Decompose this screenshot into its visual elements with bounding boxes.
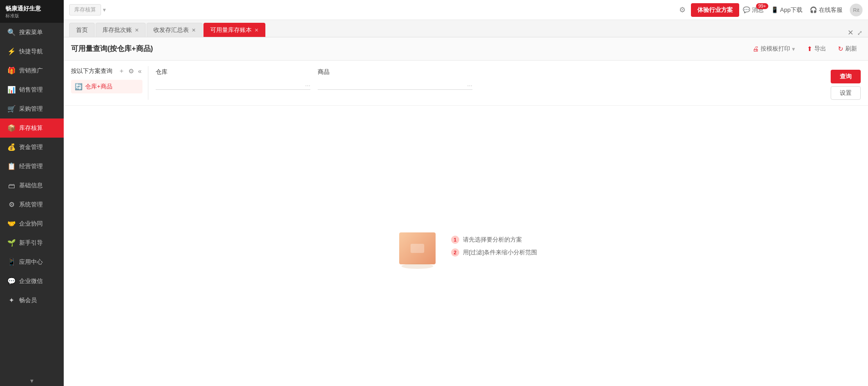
add-scheme-btn[interactable]: ＋ <box>117 66 126 76</box>
trial-btn[interactable]: 体验行业方案 <box>691 3 739 17</box>
sidebar-label-base-info: 基础信息 <box>19 181 43 190</box>
print-dropdown-icon[interactable]: ▾ <box>792 46 795 52</box>
product-label: 商品 <box>318 68 472 76</box>
query-action-buttons: 查询 设置 <box>831 68 861 100</box>
tab-batch-account-label: 库存批次账 <box>102 26 132 34</box>
sidebar-item-member[interactable]: ✦ 畅会员 <box>0 291 64 310</box>
empty-illustration <box>395 223 440 269</box>
tab-available-stock[interactable]: 可用量库存账本 ✕ <box>203 23 265 37</box>
tab-received-summary[interactable]: 收发存汇总表 ✕ <box>147 23 203 37</box>
sidebar-label-inventory: 库存核算 <box>19 124 43 132</box>
online-service-btn[interactable]: 🎧 在线客服 <box>810 6 843 14</box>
sidebar-label-operations: 经营管理 <box>19 162 43 170</box>
avatar-text: Rit <box>853 7 859 13</box>
topbar: 库存核算 ▾ ⚙ 体验行业方案 💬 消息 99+ 📱 App下载 🎧 在线客服 … <box>64 0 868 20</box>
expand-btn[interactable]: ⤢ <box>857 29 863 36</box>
main-area: 库存核算 ▾ ⚙ 体验行业方案 💬 消息 99+ 📱 App下载 🎧 在线客服 … <box>64 0 868 386</box>
sidebar-icon-system: ⚙ <box>7 201 15 209</box>
product-input-wrapper: … <box>318 79 472 90</box>
export-label: 导出 <box>814 45 826 53</box>
sidebar-item-guide[interactable]: 🌱 新手引导 <box>0 233 64 252</box>
tab-available-stock-close[interactable]: ✕ <box>254 27 259 33</box>
warehouse-input-wrapper: … <box>156 79 310 90</box>
tabbar-right: ✕ ⤢ <box>848 28 863 37</box>
sidebar-item-marketing[interactable]: 🎁 营销推广 <box>0 61 64 80</box>
sidebar-label-wechat: 企业微信 <box>19 277 43 285</box>
sidebar-icon-purchase: 🛒 <box>7 105 15 113</box>
product-more-icon[interactable]: … <box>467 81 472 87</box>
sidebar-item-finance[interactable]: 💰 资金管理 <box>0 138 64 157</box>
tab-received-summary-label: 收发存汇总表 <box>153 26 189 34</box>
online-service-label: 在线客服 <box>819 6 843 14</box>
print-icon: 🖨 <box>752 45 759 52</box>
sidebar-item-system[interactable]: ⚙ 系统管理 <box>0 195 64 214</box>
breadcrumb-dropdown-icon[interactable]: ▾ <box>103 6 106 13</box>
tab-batch-account-close[interactable]: ✕ <box>135 27 139 33</box>
page-header: 可用量查询(按仓库+商品) 🖨 按模板打印 ▾ ⬆ 导出 ↻ 刷新 <box>64 37 868 61</box>
sidebar-item-inventory[interactable]: 📦 库存核算 <box>0 118 64 138</box>
tab-received-summary-close[interactable]: ✕ <box>192 27 196 33</box>
empty-state: 1 请先选择要分析的方案 2 用[过滤]条件来缩小分析范围 <box>64 106 868 386</box>
message-icon: 💬 <box>743 6 750 13</box>
refresh-btn[interactable]: ↻ 刷新 <box>834 43 861 55</box>
sidebar-scroll-down[interactable]: ▼ <box>0 376 64 386</box>
sidebar-item-app-center[interactable]: 📱 应用中心 <box>0 252 64 272</box>
sidebar-icon-base-info: 🗃 <box>7 182 15 190</box>
sidebar-item-search[interactable]: 🔍 搜索菜单 <box>0 23 64 42</box>
breadcrumb-area: 库存核算 ▾ <box>69 4 674 15</box>
warehouse-label: 仓库 <box>156 68 310 76</box>
sidebar-icon-member: ✦ <box>7 296 15 304</box>
warehouse-input[interactable] <box>156 81 305 87</box>
tab-home[interactable]: 首页 <box>69 23 95 37</box>
sidebar-label-system: 系统管理 <box>19 201 43 209</box>
sidebar-icon-inventory: 📦 <box>7 124 15 132</box>
hint-1-text: 请先选择要分析的方案 <box>463 236 522 244</box>
page-title: 可用量查询(按仓库+商品) <box>71 44 153 54</box>
edit-scheme-btn[interactable]: ⚙ <box>127 67 135 76</box>
app-download-btn[interactable]: 📱 App下载 <box>771 6 802 14</box>
sidebar-logo: 畅康通好生意 标准版 <box>0 0 64 23</box>
close-tab-btn[interactable]: ✕ <box>848 28 853 37</box>
export-btn[interactable]: ⬆ 导出 <box>803 43 830 55</box>
sidebar-item-wechat[interactable]: 💬 企业微信 <box>0 272 64 291</box>
sidebar-item-purchase[interactable]: 🛒 采购管理 <box>0 99 64 118</box>
query-sidebar-title: 按以下方案查询 <box>71 67 112 75</box>
sidebar-icon-search: 🔍 <box>7 28 15 36</box>
tab-batch-account[interactable]: 库存批次账 ✕ <box>96 23 146 37</box>
sidebar-item-sales[interactable]: 📊 销售管理 <box>0 80 64 99</box>
collapse-scheme-btn[interactable]: « <box>137 67 142 76</box>
settings-btn[interactable]: 设置 <box>831 86 861 100</box>
query-sidebar-header: 按以下方案查询 ＋ ⚙ « <box>71 66 142 76</box>
gear-icon[interactable]: ⚙ <box>677 4 687 16</box>
product-input[interactable] <box>318 81 467 87</box>
query-btn[interactable]: 查询 <box>831 70 861 83</box>
query-area: 按以下方案查询 ＋ ⚙ « 🔄 仓库+商品 仓库 <box>64 61 868 106</box>
sidebar-item-operations[interactable]: 📋 经营管理 <box>0 157 64 176</box>
sidebar: 畅康通好生意 标准版 🔍 搜索菜单 ⚡ 快捷导航 🎁 营销推广 📊 销售管理 🛒… <box>0 0 64 386</box>
product-field-group: 商品 … <box>318 68 472 90</box>
breadcrumb-text: 库存核算 <box>69 4 101 15</box>
warehouse-more-icon[interactable]: … <box>305 81 310 87</box>
hint-2-num: 2 <box>451 248 459 257</box>
hint-1-num: 1 <box>451 236 459 244</box>
topbar-right: 💬 消息 99+ 📱 App下载 🎧 在线客服 Rit <box>743 4 863 16</box>
sidebar-item-enterprise[interactable]: 🤝 企业协同 <box>0 214 64 233</box>
user-avatar[interactable]: Rit <box>850 4 863 16</box>
app-download-label: App下载 <box>780 6 802 14</box>
message-btn[interactable]: 💬 消息 99+ <box>743 6 764 14</box>
sidebar-label-app-center: 应用中心 <box>19 258 43 266</box>
sidebar-item-quick-nav[interactable]: ⚡ 快捷导航 <box>0 42 64 61</box>
query-scheme-panel: 按以下方案查询 ＋ ⚙ « 🔄 仓库+商品 <box>71 66 148 100</box>
sidebar-icon-marketing: 🎁 <box>7 67 15 75</box>
print-btn[interactable]: 🖨 按模板打印 ▾ <box>749 43 799 55</box>
query-fields: 仓库 … 商品 … 查询 设置 <box>148 66 861 100</box>
sidebar-icon-quick-nav: ⚡ <box>7 47 15 56</box>
sidebar-item-base-info[interactable]: 🗃 基础信息 <box>0 176 64 195</box>
sidebar-logo-badge: 标准版 <box>5 13 19 19</box>
sidebar-label-finance: 资金管理 <box>19 143 43 151</box>
empty-hints: 1 请先选择要分析的方案 2 用[过滤]条件来缩小分析范围 <box>451 236 537 257</box>
scheme-item-warehouse-product[interactable]: 🔄 仓库+商品 <box>71 80 142 93</box>
sidebar-icon-sales: 📊 <box>7 86 15 94</box>
sidebar-label-quick-nav: 快捷导航 <box>19 47 43 56</box>
empty-hint-1: 1 请先选择要分析的方案 <box>451 236 537 244</box>
